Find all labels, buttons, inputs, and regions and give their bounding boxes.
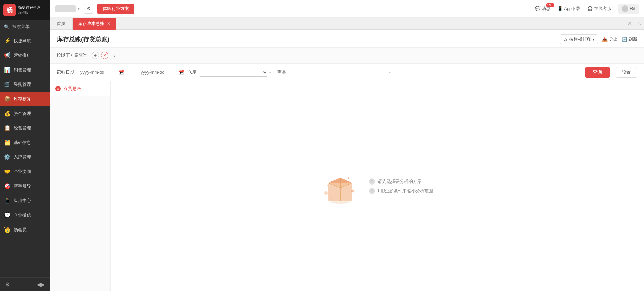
page-header: 库存总账(存货总账) 🖨 按模板打印 ▾ 📤 导出 🔄 刷新 (50, 30, 644, 48)
printer-icon: 🖨 (564, 37, 568, 42)
guide-icon: 🎯 (4, 183, 11, 189)
page-actions: 🖨 按模板打印 ▾ 📤 导出 🔄 刷新 (560, 34, 637, 44)
main-area: ▾ ⚙ 体验行业方案 💬 消息 99+ 📱 App下载 🎧 在线客服 Rit (50, 0, 644, 291)
enterprise-icon: 🤝 (4, 168, 11, 175)
phone-icon: 📱 (557, 6, 563, 11)
operations-icon: 📋 (4, 125, 11, 131)
chevron-down-icon: ▾ (78, 6, 80, 11)
tab-inventory-cost[interactable]: 库存成本总账 ✕ (73, 18, 116, 30)
filter-actions: + ✕ ‹ (92, 52, 118, 59)
sidebar-item-finance[interactable]: 💰 资金管理 (0, 106, 50, 121)
warehouse-more-icon[interactable]: ··· (267, 70, 274, 75)
sidebar-item-wechat[interactable]: 💬 企业微信 (0, 208, 50, 222)
sidebar-item-basic-info[interactable]: 🗂️ 基础信息 (0, 135, 50, 150)
export-button[interactable]: 📤 导出 (602, 36, 618, 42)
inventory-icon: 📦 (4, 96, 11, 102)
product-input[interactable] (290, 68, 384, 76)
sales-icon: 📊 (4, 67, 11, 73)
settings-bottom-icon[interactable]: ⚙ (5, 281, 10, 288)
query-button[interactable]: 查询 (585, 67, 610, 78)
body-area: ● 存货总账 (50, 81, 644, 291)
topbar: ▾ ⚙ 体验行业方案 💬 消息 99+ 📱 App下载 🎧 在线客服 Rit (50, 0, 644, 18)
product-more-icon[interactable]: ··· (388, 70, 394, 75)
warehouse-select-wrapper: ··· (200, 68, 274, 77)
filter-label: 按以下方案查询 (57, 52, 88, 58)
print-button[interactable]: 🖨 按模板打印 ▾ (560, 34, 598, 44)
user-profile[interactable]: Rit (618, 4, 639, 14)
sidebar-item-purchase[interactable]: 🛒 采购管理 (0, 77, 50, 92)
tab-home[interactable]: 首页 (50, 18, 73, 30)
finance-icon: 💰 (4, 110, 11, 117)
close-panel-button[interactable]: ✕ (625, 19, 635, 28)
purchase-icon: 🛒 (4, 81, 11, 88)
settings-button[interactable]: 设置 (616, 67, 637, 78)
sidebar-item-marketing[interactable]: 📢 营销推广 (0, 48, 50, 63)
sidebar-bottom: ⚙ ◀▶ (0, 277, 50, 291)
sidebar-item-system[interactable]: ⚙️ 系统管理 (0, 150, 50, 164)
online-service[interactable]: 🎧 在线客服 (587, 6, 612, 12)
svg-rect-2 (324, 191, 328, 195)
sidebar-item-guide[interactable]: 🎯 新手引导 (0, 179, 50, 193)
search-menu[interactable]: 🔍 搜索菜单 (0, 20, 50, 33)
warehouse-select[interactable] (200, 68, 267, 77)
member-icon: 👑 (4, 226, 11, 233)
breadcrumb-placeholder (55, 5, 76, 12)
svg-rect-4 (330, 197, 333, 200)
messages-badge[interactable]: 💬 消息 99+ (535, 6, 550, 12)
date-label: 记账日期 (57, 69, 74, 75)
scheme-item-inventory-ledger[interactable]: ● 存货总账 (50, 81, 110, 96)
body-content: ✦ ✦ 1 请先选择要分析的方案 2 用[过滤]条件 (111, 81, 644, 291)
product-label: 商品 (277, 69, 286, 75)
breadcrumb-dropdown[interactable]: ▾ (78, 6, 80, 11)
date-from-input[interactable] (78, 68, 115, 76)
date-to-input[interactable] (138, 68, 175, 76)
filter-arrow-button[interactable]: ‹ (110, 52, 118, 59)
page-title: 库存总账(存货总账) (57, 35, 109, 43)
sidebar-item-operations[interactable]: 📋 经营管理 (0, 121, 50, 135)
export-icon: 📤 (602, 37, 608, 42)
headset-icon: 🎧 (587, 6, 593, 11)
app-logo-text: 畅捷通好生意 标准版 (18, 5, 41, 15)
tip-item-1: 1 请先选择要分析的方案 (369, 178, 433, 185)
filter-collapse-button[interactable]: ✕ (101, 52, 108, 59)
quick-nav-icon: ⚡ (4, 38, 11, 44)
basic-info-icon: 🗂️ (4, 139, 11, 146)
sidebar: 畅 畅捷通好生意 标准版 🔍 搜索菜单 ⚡ 快捷导航 📢 营销推广 📊 销售管理… (0, 0, 50, 291)
svg-text:✦: ✦ (347, 176, 350, 180)
sidebar-item-sales[interactable]: 📊 销售管理 (0, 63, 50, 77)
tip-num-1: 1 (369, 178, 375, 185)
system-icon: ⚙️ (4, 154, 11, 160)
calendar-from-icon[interactable]: 📅 (118, 70, 124, 75)
svg-text:✦: ✦ (327, 184, 329, 187)
filter-row: 记账日期 📅 — 📅 仓库 ··· 商品 ··· 查询 设置 (50, 64, 644, 81)
sidebar-item-member[interactable]: 👑 畅会员 (0, 222, 50, 237)
app-download[interactable]: 📱 App下载 (557, 6, 580, 12)
empty-state: ✦ ✦ 1 请先选择要分析的方案 2 用[过滤]条件 (322, 168, 433, 205)
sidebar-nav: ⚡ 快捷导航 📢 营销推广 📊 销售管理 🛒 采购管理 📦 库存核算 💰 资金管… (0, 33, 50, 277)
sidebar-item-app-center[interactable]: 📱 应用中心 (0, 193, 50, 208)
empty-illustration: ✦ ✦ (322, 168, 359, 205)
calendar-to-icon[interactable]: 📅 (178, 70, 184, 75)
breadcrumb: ▾ (55, 5, 80, 12)
expand-panel-button[interactable]: ⤡ (635, 19, 644, 28)
refresh-icon: 🔄 (622, 37, 627, 42)
empty-tips: 1 请先选择要分析的方案 2 用[过滤]条件来缩小分析范围 (369, 178, 433, 194)
svg-point-7 (330, 201, 350, 204)
refresh-button[interactable]: 🔄 刷新 (622, 36, 637, 42)
tab-close-icon[interactable]: ✕ (107, 21, 110, 26)
topbar-gear-icon[interactable]: ⚙ (84, 4, 93, 14)
sidebar-item-quick-nav[interactable]: ⚡ 快捷导航 (0, 33, 50, 48)
topbar-right: 💬 消息 99+ 📱 App下载 🎧 在线客服 Rit (535, 4, 639, 14)
user-avatar (622, 5, 628, 12)
date-separator: — (127, 70, 134, 75)
collapse-icon[interactable]: ◀▶ (36, 281, 45, 288)
filter-bar: 按以下方案查询 + ✕ ‹ (50, 48, 644, 64)
filter-add-button[interactable]: + (92, 52, 99, 59)
trial-button[interactable]: 体验行业方案 (97, 4, 134, 14)
sidebar-item-enterprise[interactable]: 🤝 企业协同 (0, 164, 50, 179)
print-dropdown-icon: ▾ (593, 38, 594, 41)
scheme-item-icon: ● (55, 86, 61, 91)
marketing-icon: 📢 (4, 52, 11, 58)
sidebar-item-inventory[interactable]: 📦 库存核算 (0, 92, 50, 106)
tabbar: 首页 库存成本总账 ✕ ✕ ⤡ (50, 18, 644, 30)
